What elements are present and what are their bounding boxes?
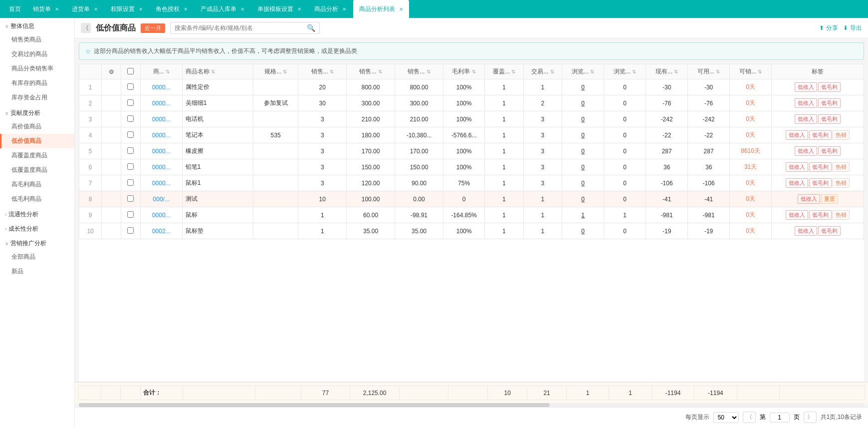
sidebar-item-low-value[interactable]: 低价值商品: [0, 134, 74, 148]
row-select-checkbox[interactable]: [127, 179, 134, 186]
browse-link[interactable]: 0: [581, 164, 585, 171]
row-now: -30: [646, 79, 688, 95]
th-code: 商... ⇅: [140, 64, 182, 79]
row-now: -22: [646, 127, 688, 143]
row-select-checkbox[interactable]: [127, 83, 134, 90]
close-icon[interactable]: ✕: [342, 6, 346, 12]
table-row: 1 0000... 属性定价 20 800.00 800.00 100% 1 1…: [79, 79, 864, 95]
first-page-button[interactable]: 〈: [743, 412, 756, 423]
browse-link[interactable]: 0: [581, 84, 585, 91]
row-spec: [253, 159, 298, 175]
row-tags: 低收入低毛利: [772, 223, 864, 239]
row-sales1: 1: [298, 207, 347, 223]
export-button[interactable]: ⬇ 导出: [843, 24, 862, 32]
nav-item-analysis-list[interactable]: 商品分析列表 ✕: [353, 0, 409, 18]
browse-link[interactable]: 0: [581, 180, 585, 187]
close-icon[interactable]: ✕: [184, 6, 188, 12]
sidebar-section-growth[interactable]: › 成长性分析: [0, 221, 74, 235]
horizontal-scrollbar[interactable]: [79, 403, 864, 407]
th-settings[interactable]: ⚙: [102, 64, 121, 79]
search-icon[interactable]: 🔍: [307, 24, 315, 32]
chevron-down-icon: ∨: [5, 241, 8, 246]
nav-item-template[interactable]: 单据模板设置 ✕: [251, 0, 307, 18]
row-select-checkbox[interactable]: [127, 99, 134, 106]
collapse-sidebar-button[interactable]: 《: [81, 23, 91, 33]
share-button[interactable]: ⬆ 分享: [819, 24, 838, 32]
row-select-checkbox[interactable]: [127, 163, 134, 170]
th-checkbox: [121, 64, 140, 79]
sidebar-item-stock-goods[interactable]: 有库存的商品: [0, 76, 74, 90]
sidebar-item-low-coverage[interactable]: 低覆盖度商品: [0, 163, 74, 177]
row-avail: 36: [688, 159, 730, 175]
sidebar-section-circulation[interactable]: › 流通性分析: [0, 206, 74, 221]
row-coverage: 1: [485, 111, 524, 127]
browse-link[interactable]: 0: [581, 196, 585, 203]
browse-link[interactable]: 0: [581, 116, 585, 123]
sidebar-item-all-goods[interactable]: 全部商品: [0, 250, 74, 264]
row-trade: 1: [523, 207, 562, 223]
row-select-checkbox[interactable]: [127, 147, 134, 154]
row-now: -41: [646, 191, 688, 207]
row-select-checkbox[interactable]: [127, 131, 134, 138]
nav-item-analysis[interactable]: 商品分析 ✕: [308, 0, 352, 18]
close-icon[interactable]: ✕: [94, 6, 98, 12]
nav-home[interactable]: 首页: [4, 0, 26, 18]
nav-item-product[interactable]: 产成品入库单 ✕: [195, 0, 250, 18]
close-icon[interactable]: ✕: [297, 6, 301, 12]
nav-item-perm[interactable]: 权限设置 ✕: [105, 0, 149, 18]
nav-item-sales[interactable]: 销货单 ✕: [27, 0, 65, 18]
close-icon[interactable]: ✕: [139, 6, 143, 12]
sidebar-item-high-margin[interactable]: 高毛利商品: [0, 177, 74, 192]
recent-tag[interactable]: 近一月: [141, 23, 165, 33]
row-avail: -30: [688, 79, 730, 95]
chevron-right-icon: ›: [5, 226, 6, 232]
close-icon[interactable]: ✕: [55, 6, 59, 12]
nav-item-role[interactable]: 角色授权 ✕: [150, 0, 194, 18]
info-icon: ☆: [85, 48, 91, 55]
row-coverage: 1: [485, 79, 524, 95]
sidebar-item-stock-fund[interactable]: 库存资金占用: [0, 90, 74, 105]
nav-item-purchase[interactable]: 进货单 ✕: [66, 0, 104, 18]
sidebar-item-high-coverage[interactable]: 高覆盖度商品: [0, 148, 74, 163]
row-select-checkbox[interactable]: [127, 115, 134, 122]
row-sales2: 150.00: [347, 159, 395, 175]
content-area: 《 低价值商品 近一月 🔍 ⬆ 分享 ⬇ 导出 ☆ 这部分商品的销售收入大幅: [75, 18, 868, 427]
th-current-stock: 现有... ⇅: [646, 64, 688, 79]
sidebar-item-new-goods[interactable]: 新品: [0, 264, 74, 279]
sidebar-section-overall[interactable]: ∨ 整体信息: [0, 18, 74, 32]
sidebar-item-category-sales[interactable]: 商品分类销售率: [0, 61, 74, 76]
table-row: 2 0000... 吴细细1 参加复试 30 300.00 300.00 100…: [79, 95, 864, 111]
row-trade: 3: [523, 143, 562, 159]
row-checkbox: [121, 127, 140, 143]
browse-link[interactable]: 0: [581, 148, 585, 155]
row-checkbox: [121, 95, 140, 111]
sidebar-item-traded-goods[interactable]: 交易过的商品: [0, 47, 74, 61]
page-number-input[interactable]: [770, 413, 790, 423]
browse-link[interactable]: 0: [581, 228, 585, 235]
row-select-checkbox[interactable]: [127, 195, 134, 202]
browse-link[interactable]: 0: [581, 132, 585, 139]
close-icon[interactable]: ✕: [240, 6, 244, 12]
table-row: 7 0000... 鼠标1 3 120.00 90.00 75% 1 3 0 0…: [79, 175, 864, 191]
row-avail: -76: [688, 95, 730, 111]
search-input[interactable]: [175, 24, 305, 31]
sidebar-item-low-margin[interactable]: 低毛利商品: [0, 192, 74, 206]
row-coverage: 1: [485, 175, 524, 191]
row-now: -981: [646, 207, 688, 223]
row-select-checkbox[interactable]: [127, 227, 134, 234]
row-select-checkbox[interactable]: [127, 211, 134, 218]
sidebar-section-contribution[interactable]: ∨ 贡献度分析: [0, 105, 74, 119]
page-size-select[interactable]: 50 100 200: [713, 412, 739, 423]
browse-link[interactable]: 1: [581, 212, 585, 219]
page-label: 第: [760, 413, 766, 422]
row-settings: [102, 95, 121, 111]
content-header: 《 低价值商品 近一月 🔍 ⬆ 分享 ⬇ 导出: [75, 18, 868, 38]
sidebar-section-marketing[interactable]: ∨ 营销推广分析: [0, 235, 74, 250]
next-page-button[interactable]: 〉: [804, 412, 817, 423]
sidebar-item-sales-goods[interactable]: 销售类商品: [0, 32, 74, 47]
select-all-checkbox[interactable]: [127, 68, 134, 74]
row-sales3: 0.00: [395, 191, 443, 207]
browse-link[interactable]: 0: [581, 100, 585, 107]
sidebar-item-high-value[interactable]: 高价值商品: [0, 119, 74, 134]
close-icon[interactable]: ✕: [399, 6, 403, 12]
